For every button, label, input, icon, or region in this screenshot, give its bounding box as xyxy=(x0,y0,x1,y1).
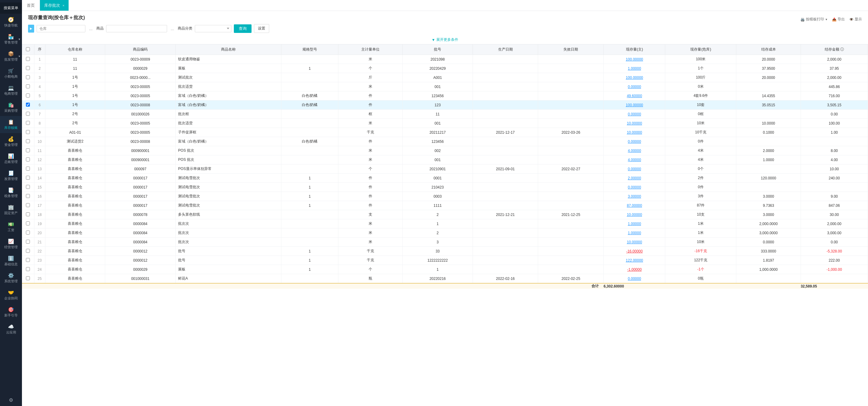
row-qty-main[interactable]: 0.00000 xyxy=(604,137,665,146)
row-qty-main[interactable]: 49.60000 xyxy=(604,91,665,101)
row-checkbox[interactable] xyxy=(22,238,34,247)
sidebar-item-basic[interactable]: ℹ️ 基础信息 xyxy=(0,252,22,270)
row-qty-main[interactable]: 100.00000 xyxy=(604,55,665,64)
row-qty-main[interactable]: 0.00000 xyxy=(604,82,665,91)
row-qty-main[interactable]: 1.00000 xyxy=(604,219,665,229)
sidebar-item-ops[interactable]: 📈 经营管理 xyxy=(0,235,22,252)
row-qty-main[interactable]: 10.00000 xyxy=(604,119,665,128)
th-qty-main: 现存量(主) xyxy=(604,44,665,55)
sidebar-item-ecom[interactable]: 💻 电商管理 xyxy=(0,82,22,99)
dots1: ... xyxy=(88,26,94,31)
export-button[interactable]: 📤 导出 xyxy=(832,17,845,22)
th-spec: 规格型号 xyxy=(281,44,338,55)
inventory-table: 序 仓库名称 商品编码 商品名称 规格型号 主计量单位 批号 生产日期 失效日期… xyxy=(22,44,868,289)
row-qty-main[interactable]: 100.00000 xyxy=(604,73,665,82)
row-checkbox[interactable] xyxy=(22,137,34,146)
row-checkbox[interactable] xyxy=(22,219,34,229)
tab-close-button[interactable]: × xyxy=(62,4,64,7)
row-qty-main[interactable]: 0.00000 xyxy=(604,110,665,119)
row-qty-main[interactable]: 87.00000 xyxy=(604,201,665,210)
settings-gear-icon[interactable]: ⚙ xyxy=(0,394,22,406)
row-qty-main[interactable]: -1.00000 xyxy=(604,265,665,274)
sidebar-item-inventory[interactable]: 📋 库存核账 xyxy=(0,116,22,133)
row-qty-main[interactable]: 3.00000 xyxy=(604,192,665,201)
row-checkbox[interactable] xyxy=(22,201,34,210)
row-qty-main[interactable]: 4.00000 xyxy=(604,146,665,155)
sidebar-item-accounting[interactable]: 📊 总账管理 xyxy=(0,150,22,167)
print-button[interactable]: 🖨️ 按模板打印 ▼ xyxy=(800,17,828,22)
row-checkbox[interactable] xyxy=(22,247,34,256)
display-button[interactable]: 👁️ 显示 xyxy=(849,17,862,22)
sidebar-item-mini-shop[interactable]: 🛒 小鹅电商 xyxy=(0,65,22,82)
th-batch: 批号 xyxy=(403,44,473,55)
sidebar-search[interactable]: 搜索菜单 xyxy=(0,2,22,14)
goods-input[interactable] xyxy=(106,25,167,32)
row-spec xyxy=(281,155,338,165)
row-checkbox[interactable] xyxy=(22,91,34,101)
row-qty-aux: 10千克 xyxy=(665,128,736,137)
sidebar-item-purchase[interactable]: 🛍️ 采购管理 xyxy=(0,99,22,116)
row-qty-main[interactable]: 10.00000 xyxy=(604,238,665,247)
row-checkbox[interactable] xyxy=(22,192,34,201)
row-qty-main[interactable]: 0.00000 xyxy=(604,274,665,283)
row-qty-main[interactable]: 1.00000 xyxy=(604,229,665,238)
row-checkbox[interactable] xyxy=(22,229,34,238)
expand-more-button[interactable]: ▼ 展开更多条件 xyxy=(28,35,862,44)
th-checkbox[interactable] xyxy=(22,44,34,55)
row-checkbox[interactable] xyxy=(22,82,34,91)
sidebar-item-invoice[interactable]: 🧾 发票管理 xyxy=(0,167,22,184)
select-all-checkbox[interactable] xyxy=(26,47,30,51)
row-checkbox[interactable] xyxy=(22,274,34,283)
row-qty-main[interactable]: 4.00000 xyxy=(604,155,665,165)
sidebar-item-retail[interactable]: 🏪 零售管理 ▼ xyxy=(0,31,22,48)
set-button[interactable]: 设置 xyxy=(254,24,269,33)
row-code: 0023-00005 xyxy=(105,91,176,101)
row-name: 批号 xyxy=(176,256,281,265)
row-checkbox[interactable] xyxy=(22,55,34,64)
sidebar-item-payroll[interactable]: 💵 工资 xyxy=(0,218,22,235)
row-qty-main[interactable]: 122.00000 xyxy=(604,256,665,265)
row-checkbox[interactable] xyxy=(22,128,34,137)
sidebar-item-cloud[interactable]: ☁️ 云应用 xyxy=(0,321,22,338)
row-checkbox[interactable] xyxy=(22,101,34,110)
sidebar-item-nav[interactable]: 🧭 快捷导航 xyxy=(0,14,22,31)
sidebar-item-wholesale[interactable]: 📦 批发管理 ▼ xyxy=(0,48,22,65)
row-checkbox[interactable] xyxy=(22,174,34,183)
row-checkbox[interactable] xyxy=(22,64,34,73)
row-code: 001000026 xyxy=(105,110,176,119)
row-qty-aux: 10支 xyxy=(665,210,736,219)
warehouse-input[interactable] xyxy=(37,25,85,32)
sidebar-item-collab[interactable]: 🤝 企业协同 xyxy=(0,286,22,304)
row-qty-main[interactable]: 1.00000 xyxy=(604,64,665,73)
row-qty-main[interactable]: 10.00000 xyxy=(604,128,665,137)
row-qty-main[interactable]: 10.00000 xyxy=(604,210,665,219)
sidebar-item-tax[interactable]: 📑 税务管理 xyxy=(0,184,22,201)
row-checkbox[interactable] xyxy=(22,110,34,119)
row-checkbox[interactable] xyxy=(22,165,34,174)
row-checkbox[interactable] xyxy=(22,210,34,219)
row-exp-date xyxy=(538,238,604,247)
category-select[interactable] xyxy=(195,25,231,32)
row-qty-main[interactable]: 0.00000 xyxy=(604,165,665,174)
tab-inventory-batch[interactable]: 库存批次 × xyxy=(40,0,69,11)
row-qty-main[interactable]: 0.00000 xyxy=(604,183,665,192)
tab-home[interactable]: 首页 xyxy=(22,0,40,11)
row-checkbox[interactable] xyxy=(22,73,34,82)
row-checkbox[interactable] xyxy=(22,146,34,155)
filter-expand-arrow[interactable]: ▶ xyxy=(28,25,34,33)
row-qty-main[interactable]: 100.00000 xyxy=(604,101,665,110)
row-checkbox[interactable] xyxy=(22,155,34,165)
row-prod-date: 2022-02-16 xyxy=(472,274,538,283)
row-qty-main[interactable]: 2.00000 xyxy=(604,174,665,183)
query-button[interactable]: 查询 xyxy=(234,24,251,33)
row-checkbox[interactable] xyxy=(22,256,34,265)
sidebar-item-newbie[interactable]: 🎯 新手引导 xyxy=(0,304,22,321)
sidebar-item-sys[interactable]: ⚙️ 系统管理 xyxy=(0,270,22,286)
row-checkbox[interactable] xyxy=(22,265,34,274)
row-qty-main[interactable]: -16.00000 xyxy=(604,247,665,256)
row-checkbox[interactable] xyxy=(22,183,34,192)
table-row: 18 喜喜粮仓 0000078 多头算色软线 支 2 2021-12-21 20… xyxy=(22,210,868,219)
sidebar-item-fixed-assets[interactable]: 🏢 固定资产 xyxy=(0,201,22,218)
sidebar-item-assets[interactable]: 💰 资金管理 xyxy=(0,133,22,150)
row-checkbox[interactable] xyxy=(22,119,34,128)
